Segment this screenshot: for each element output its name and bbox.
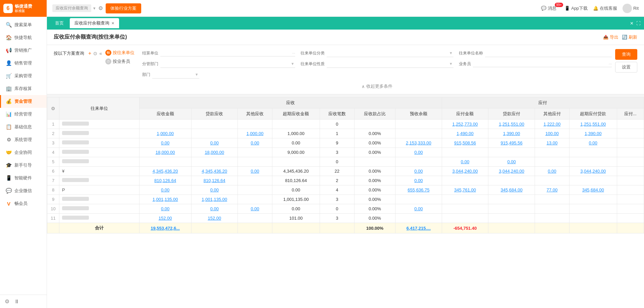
sidebar-item-guide[interactable]: 🎓 新手引导 [0, 159, 47, 172]
add-scheme-icon[interactable]: + [88, 50, 91, 56]
tab-home[interactable]: 首页 [50, 18, 68, 28]
table-cell[interactable]: 0.00 [191, 185, 238, 195]
edit-scheme-icon[interactable]: ⊙ [93, 51, 97, 56]
sidebar-item-system[interactable]: ⚙ 系统管理 [0, 133, 47, 146]
dept-select[interactable]: ▾ [152, 71, 199, 79]
table-cell[interactable]: 0.00 [442, 157, 488, 167]
table-cell[interactable]: 3,044,240.00 [442, 167, 488, 176]
table-cell[interactable]: 1,000.00 [139, 129, 191, 138]
table-cell[interactable]: 1,000.00 [238, 129, 272, 138]
table-cell[interactable]: 0.00 [139, 138, 191, 148]
service-button[interactable]: 🔔 在线客服 [593, 5, 617, 11]
unit-category-select[interactable]: ▾ [327, 49, 453, 57]
table-cell[interactable]: 3,044,240.00 [488, 167, 535, 176]
sidebar-item-collab[interactable]: 🤝 企业协同 [0, 146, 47, 159]
table-cell[interactable]: 0.00 [238, 204, 272, 214]
table-cell[interactable]: 4,345,436.20 [191, 167, 238, 176]
table-cell[interactable]: 0.00 [395, 148, 442, 157]
table-cell[interactable]: 0.00 [488, 157, 535, 167]
table-cell[interactable]: 18,000.00 [139, 148, 191, 157]
sidebar-item-marketing[interactable]: 📢 营销推广 [0, 44, 47, 57]
table-cell[interactable]: 77.00 [535, 185, 569, 195]
table-cell[interactable]: 2,153,333.00 [395, 138, 442, 148]
table-cell[interactable]: 0.00 [535, 167, 569, 176]
table-cell[interactable]: 0.00 [191, 204, 238, 214]
table-cell[interactable]: 13.00 [535, 138, 569, 148]
table-cell[interactable]: 810,126.64 [139, 176, 191, 185]
table-cell[interactable]: 1,390.00 [488, 129, 535, 138]
table-cell[interactable]: 0.00 [238, 138, 272, 148]
table-cell[interactable]: 0.00 [569, 138, 617, 148]
table-cell[interactable]: 915,495.56 [488, 138, 535, 148]
table-cell[interactable]: 0.00 [139, 185, 191, 195]
sidebar-item-inventory[interactable]: 🏢 库存核算 [0, 82, 47, 95]
table-cell[interactable]: 0.00 [238, 167, 272, 176]
scheme-by-unit[interactable]: 畅 按往来单位 [105, 50, 139, 56]
table-cell[interactable]: 1,390.00 [569, 129, 617, 138]
sidebar-item-basic[interactable]: 📋 基础信息 [0, 121, 47, 133]
setting-button[interactable]: 设置 [615, 62, 637, 73]
collapse-icon[interactable]: ⏸ [14, 299, 19, 305]
table-cell[interactable]: 1,251,551.00 [488, 120, 535, 129]
table-cell[interactable]: 345,684.00 [488, 185, 535, 195]
table-cell[interactable]: 152.00 [139, 214, 191, 223]
table-cell[interactable]: 100.00 [535, 129, 569, 138]
table-cell[interactable]: 0.00 [395, 204, 442, 214]
table-cell[interactable]: 1,001,135.00 [139, 195, 191, 204]
sidebar-item-sales[interactable]: 👤 销售管理 [0, 57, 47, 70]
unit-name-input[interactable] [485, 49, 612, 57]
sidebar-item-finance[interactable]: 💰 资金管理 [0, 95, 47, 108]
tab-close-all-icon[interactable]: ✕ [630, 21, 634, 26]
collapse-filter-button[interactable]: ∧ 收起更多条件 [362, 81, 392, 90]
total-ar-amount[interactable]: 19,553,472,6... [139, 223, 191, 233]
table-cell[interactable]: 0.00 [395, 176, 442, 185]
export-button[interactable]: 📤 导出 [603, 34, 619, 40]
unit-nature-select[interactable]: ▾ [327, 60, 453, 68]
sidebar-item-purchase[interactable]: 🛒 采购管理 [0, 70, 47, 82]
table-cell[interactable]: 0.00 [191, 138, 238, 148]
tab-expand-icon[interactable]: ⛶ [636, 21, 641, 26]
table-cell[interactable]: 0.00 [395, 167, 442, 176]
sidebar-item-vip[interactable]: V 畅会员 [0, 197, 47, 210]
sidebar-item-quicknav[interactable]: 🏠 快捷导航 [0, 31, 47, 44]
message-button[interactable]: 💬 消息 99+ [541, 5, 559, 11]
table-cell[interactable]: 915,508.56 [442, 138, 488, 148]
table-cell[interactable]: 1,001,135.00 [191, 195, 238, 204]
table-settings-icon[interactable]: ⚙ [51, 106, 55, 111]
table-cell[interactable]: 4,345,436.20 [139, 167, 191, 176]
table-cell[interactable]: 152.00 [191, 214, 238, 223]
table-cell[interactable]: 810,126.64 [191, 176, 238, 185]
th-ap-loan: 贷款应付 [488, 108, 535, 120]
table-cell[interactable]: 3,044,240.00 [569, 167, 617, 176]
promo-button[interactable]: 体验行业方案 [106, 3, 141, 13]
table-cell[interactable]: 1,222.00 [535, 120, 569, 129]
sidebar-item-search[interactable]: 🔍 搜索菜单 [0, 18, 47, 31]
table-cell[interactable]: 1,252,773.00 [442, 120, 488, 129]
tab-close-icon[interactable]: ✕ [111, 21, 114, 26]
table-cell[interactable]: 0.00 [139, 204, 191, 214]
collapse-scheme-icon[interactable]: « [99, 51, 102, 56]
table-cell[interactable]: 18,000.00 [191, 148, 238, 157]
user-avatar-area[interactable]: Rit [623, 4, 639, 13]
app-download-button[interactable]: 📱 App下载 [565, 5, 588, 11]
table-cell[interactable]: 345,761.00 [442, 185, 488, 195]
table-cell[interactable]: 655,636.75 [395, 185, 442, 195]
sidebar-item-hardware[interactable]: 📱 智能硬件 [0, 172, 47, 184]
settings-icon[interactable]: ⚙ [5, 298, 9, 305]
total-ar-advance[interactable]: 6,417,215.... [395, 223, 442, 233]
refresh-button[interactable]: 🔄 刷新 [622, 34, 637, 40]
sidebar-item-operations[interactable]: 📊 经营管理 [0, 108, 47, 121]
dept-manager-select[interactable]: ▾ [160, 60, 295, 68]
settlement-unit-ellipsis[interactable]: ··· [292, 51, 295, 55]
header-gear-button[interactable]: ⚙ [98, 5, 103, 11]
sidebar-item-wechat[interactable]: 💬 企业微信 [0, 184, 47, 197]
th-settings[interactable]: ⚙ [47, 97, 59, 120]
scheme-by-staff[interactable]: ⏱ 按业务员 [105, 58, 139, 64]
table-cell[interactable]: 1,251,551.00 [569, 120, 617, 129]
tab-arbalance[interactable]: 应收应付余额查询 ✕ [70, 18, 119, 28]
table-cell[interactable]: 345,684.00 [569, 185, 617, 195]
query-button[interactable]: 查询 [615, 49, 637, 60]
breadcrumb-dropdown-icon[interactable]: ▾ [93, 6, 96, 11]
salesperson-ellipsis[interactable]: ··· [609, 62, 612, 66]
table-cell[interactable]: 1,490.00 [442, 129, 488, 138]
